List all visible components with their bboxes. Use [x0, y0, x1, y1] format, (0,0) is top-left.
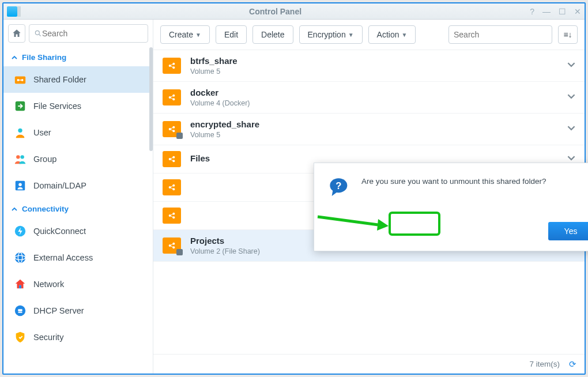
sidebar-item-label: Shared Folder: [33, 75, 86, 84]
content-search[interactable]: [448, 25, 552, 44]
toolbar: Create▼ Edit Delete Encryption▼ Action▼ …: [153, 20, 585, 50]
caret-down-icon: ▼: [348, 32, 354, 38]
svg-point-7: [18, 129, 22, 133]
chevron-up-icon: [12, 206, 17, 212]
sidebar-item-label: Group: [33, 154, 56, 164]
svg-line-54: [171, 246, 173, 247]
svg-point-25: [169, 96, 171, 99]
sidebar-item-security[interactable]: Security: [3, 324, 153, 350]
maximize-icon[interactable]: ☐: [559, 7, 566, 16]
dialog-message: Are you sure you want to unmount this sh…: [361, 176, 546, 199]
svg-line-48: [171, 214, 173, 215]
svg-line-23: [171, 64, 173, 65]
svg-point-51: [172, 243, 175, 245]
folder-icon: [163, 89, 181, 105]
folder-icon: [163, 58, 181, 74]
search-icon: [34, 29, 42, 37]
svg-point-46: [172, 213, 175, 215]
svg-line-53: [171, 244, 173, 245]
folder-row[interactable]: encrypted_shareVolume 5: [153, 114, 585, 145]
svg-point-22: [172, 66, 175, 69]
svg-point-50: [169, 244, 171, 247]
sidebar-item-label: Network: [33, 280, 64, 289]
create-button[interactable]: Create▼: [160, 25, 210, 44]
folder-name: encrypted_share: [190, 119, 567, 129]
dhcp-server-icon: [14, 304, 27, 317]
sidebar-search-input[interactable]: [42, 29, 143, 38]
svg-line-1: [39, 35, 41, 36]
chevron-down-icon[interactable]: [567, 124, 575, 134]
section-header[interactable]: Connectivity: [3, 199, 153, 218]
sidebar-item-domain-ldap[interactable]: Domain/LDAP: [3, 172, 153, 199]
svg-line-43: [171, 186, 173, 187]
sidebar-item-dhcp-server[interactable]: DHCP Server: [3, 297, 153, 324]
folder-volume: Volume 4 (Docker): [190, 99, 567, 107]
sidebar-item-label: User: [33, 128, 51, 137]
app-icon: [7, 6, 17, 17]
chevron-down-icon[interactable]: [567, 92, 575, 103]
titlebar[interactable]: Control Panel ? — ☐ ✕: [3, 3, 585, 20]
refresh-button[interactable]: ⟳: [569, 359, 576, 370]
minimize-icon[interactable]: —: [542, 7, 551, 16]
svg-line-34: [171, 130, 173, 131]
sidebar: File SharingShared FolderFile ServicesUs…: [3, 47, 153, 374]
caret-down-icon: ▼: [402, 32, 408, 38]
svg-point-52: [172, 246, 175, 248]
edit-button[interactable]: Edit: [216, 25, 247, 44]
svg-point-41: [172, 184, 175, 187]
yes-button[interactable]: Yes: [548, 222, 588, 240]
delete-button[interactable]: Delete: [252, 25, 293, 44]
caret-down-icon: ▼: [195, 32, 201, 38]
folder-icon: [163, 151, 181, 167]
svg-rect-16: [19, 285, 21, 289]
folder-icon: [163, 179, 181, 195]
svg-point-26: [172, 95, 175, 97]
sidebar-item-network[interactable]: Network: [3, 271, 153, 297]
scrollbar[interactable]: [149, 47, 153, 151]
folder-row[interactable]: dockerVolume 4 (Docker): [153, 82, 585, 114]
sidebar-item-group[interactable]: Group: [3, 146, 153, 172]
svg-line-24: [171, 66, 173, 67]
chevron-down-icon[interactable]: [567, 61, 575, 71]
content-search-input[interactable]: [454, 30, 555, 39]
sidebar-item-label: Security: [33, 333, 63, 342]
question-icon: ?: [328, 176, 351, 199]
svg-point-32: [172, 130, 175, 132]
sidebar-item-label: QuickConnect: [33, 227, 86, 236]
sidebar-item-label: DHCP Server: [33, 306, 84, 315]
action-button[interactable]: Action▼: [368, 25, 416, 44]
svg-line-39: [171, 160, 173, 161]
sidebar-item-external-access[interactable]: External Access: [3, 244, 153, 271]
sidebar-item-user[interactable]: User: [3, 119, 153, 146]
sidebar-item-label: External Access: [33, 253, 93, 262]
sidebar-search[interactable]: [29, 24, 148, 43]
folder-icon: [163, 121, 181, 137]
svg-point-31: [172, 126, 175, 129]
folder-row[interactable]: btrfs_shareVolume 5: [153, 50, 585, 82]
security-icon: [14, 331, 27, 344]
close-icon[interactable]: ✕: [574, 7, 581, 16]
sidebar-item-file-services[interactable]: File Services: [3, 93, 153, 119]
domain-ldap-icon: [14, 179, 27, 192]
network-icon: [14, 278, 27, 291]
svg-point-11: [18, 183, 22, 186]
sidebar-item-quickconnect[interactable]: QuickConnect: [3, 218, 153, 244]
folder-name: docker: [190, 88, 567, 97]
help-icon[interactable]: ?: [530, 7, 534, 16]
encryption-button[interactable]: Encryption▼: [299, 25, 363, 44]
svg-point-42: [172, 188, 175, 190]
sidebar-item-shared-folder[interactable]: Shared Folder: [3, 66, 153, 93]
svg-rect-18: [18, 309, 22, 311]
home-button[interactable]: [8, 24, 25, 43]
sort-button[interactable]: ≡↓: [558, 25, 578, 44]
svg-point-0: [35, 31, 39, 35]
footer: 7 item(s) ⟳: [153, 354, 585, 374]
section-header[interactable]: File Sharing: [3, 47, 153, 66]
svg-text:?: ?: [336, 180, 341, 191]
folder-icon: [163, 208, 181, 224]
group-icon: [14, 153, 27, 165]
svg-point-20: [169, 65, 171, 67]
window-title: Control Panel: [21, 7, 530, 16]
folder-name: Files: [190, 153, 567, 163]
svg-point-30: [169, 128, 171, 130]
